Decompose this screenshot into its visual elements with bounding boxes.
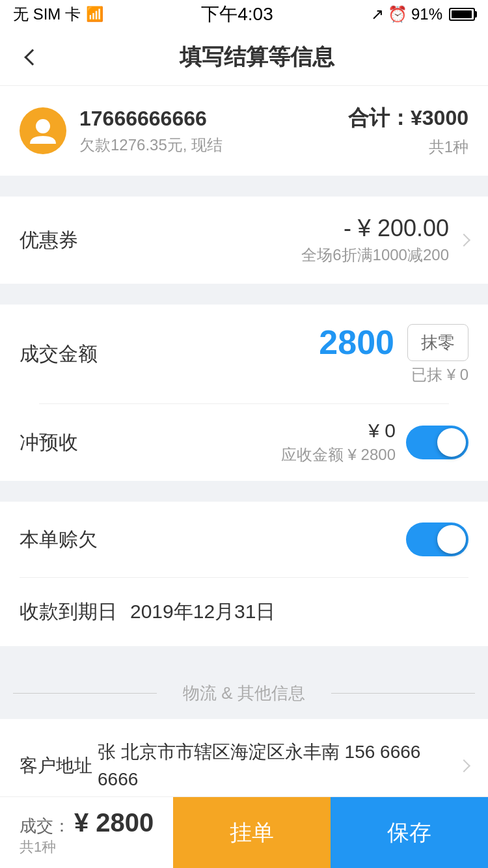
bottom-summary-label: 成交： [20,815,70,837]
separator-4 [0,657,488,667]
bottom-summary: 成交： ¥ 2800 共1种 [0,808,173,857]
total-amount: 合计：¥3000 [348,104,468,133]
prepay-label: 冲预收 [20,429,281,456]
due-date-label: 收款到期日 [20,599,117,625]
due-date-value: 2019年12月31日 [130,599,275,625]
battery-icon [449,8,475,21]
wifi-icon: 📶 [86,6,103,23]
bottom-actions: 挂单 保存 [173,797,488,868]
content: 17666666666 欠款1276.35元, 现结 合计：¥3000 共1种 … [0,86,488,868]
status-bar: 无 SIM 卡 📶 下午4:03 ↗ ⏰ 91% [0,0,488,29]
deal-value-wrap: 2800 抹零 [319,323,468,362]
header: 填写结算等信息 [0,29,488,86]
prepay-section: 冲预收 ¥ 0 应收金额 ¥ 2800 [0,404,488,481]
back-button[interactable] [20,44,46,70]
customer-section: 17666666666 欠款1276.35元, 现结 合计：¥3000 共1种 [0,86,488,176]
separator-2 [0,294,488,305]
header-line-right [331,693,475,694]
logistics-header: 物流 & 其他信息 [0,667,488,719]
prepay-toggle-knob [437,428,466,457]
round-button[interactable]: 抹零 [407,324,468,361]
total-sub: 共1种 [348,137,468,157]
status-left: 无 SIM 卡 📶 [13,4,103,25]
separator-3 [0,491,488,502]
coupon-section: 优惠券 - ¥ 200.00 全场6折满1000减200 [0,197,488,284]
bottom-summary-amount: ¥ 2800 [74,808,154,837]
bottom-summary-sub: 共1种 [20,837,154,857]
deal-section: 成交金额 2800 抹零 已抹 ¥ 0 [0,305,488,404]
coupon-amount: - ¥ 200.00 [344,215,449,242]
writeoff-section: 本单赊欠 收款到期日 2019年12月31日 [0,502,488,646]
back-arrow-icon [24,49,40,65]
prepay-toggle[interactable] [406,426,468,459]
alarm-icon: ⏰ [388,5,407,23]
customer-subtext: 欠款1276.35元, 现结 [79,135,348,156]
due-date-row: 收款到期日 2019年12月31日 [0,578,488,646]
header-line-left [13,693,157,694]
prepay-sub: 应收金额 ¥ 2800 [281,444,396,465]
coupon-label: 优惠券 [20,227,78,254]
carrier-text: 无 SIM 卡 [13,4,81,25]
avatar [20,107,66,154]
writeoff-toggle-knob [437,525,466,554]
coupon-row[interactable]: 优惠券 - ¥ 200.00 全场6折满1000减200 [0,197,488,284]
prepay-right: ¥ 0 应收金额 ¥ 2800 [281,420,468,465]
coupon-right: - ¥ 200.00 全场6折满1000减200 [78,215,449,265]
bottom-bar: 成交： ¥ 2800 共1种 挂单 保存 [0,796,488,868]
prepay-values: ¥ 0 应收金额 ¥ 2800 [281,420,396,465]
writeoff-label: 本单赊欠 [20,526,406,553]
customer-info: 17666666666 欠款1276.35元, 现结 [79,107,348,156]
prepay-row: 冲预收 ¥ 0 应收金额 ¥ 2800 [0,404,488,481]
logistics-header-text: 物流 & 其他信息 [183,682,305,705]
writeoff-toggle[interactable] [406,522,468,556]
svg-point-0 [36,119,50,133]
coupon-chevron-icon [457,234,470,247]
deal-label: 成交金额 [20,341,319,368]
battery-text: 91% [411,5,442,23]
save-button[interactable]: 保存 [331,797,488,868]
status-time: 下午4:03 [201,2,273,27]
address-value: 张 北京市市辖区海淀区永丰南 156 6666 6666 [98,739,449,793]
deal-sub: 已抹 ¥ 0 [411,364,468,385]
hold-button[interactable]: 挂单 [173,797,331,868]
status-right: ↗ ⏰ 91% [371,5,475,23]
customer-total: 合计：¥3000 共1种 [348,104,468,157]
location-icon: ↗ [371,5,384,23]
deal-row: 成交金额 2800 抹零 已抹 ¥ 0 [20,305,468,403]
coupon-desc: 全场6折满1000减200 [301,245,449,265]
page-title: 填写结算等信息 [46,42,468,72]
customer-row: 17666666666 欠款1276.35元, 现结 合计：¥3000 共1种 [0,86,488,176]
address-chevron-icon [457,759,470,772]
address-key: 客户地址 [20,753,98,778]
customer-phone: 17666666666 [79,107,348,131]
deal-value: 2800 [319,323,394,362]
writeoff-row: 本单赊欠 [0,502,488,577]
prepay-value: ¥ 0 [368,420,396,442]
separator-1 [0,186,488,197]
